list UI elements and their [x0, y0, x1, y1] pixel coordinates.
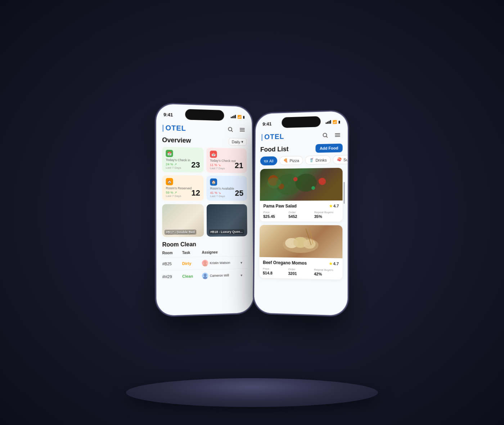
- buyers-label-salad: Repeat Buyers: [314, 211, 339, 214]
- overview-section-header: Overview Daily ▾: [156, 135, 252, 148]
- phone-right: 9:41 📶 ▮ OTEL: [254, 111, 348, 316]
- search-icon-right[interactable]: [321, 131, 329, 140]
- stage-platform: [90, 378, 414, 407]
- star-icon-salad: ★: [329, 203, 333, 208]
- food-card-salad[interactable]: Pama Paw Salad ★ 4.7 Price $25.45 Order: [260, 168, 342, 222]
- order-label-salad: Order: [288, 211, 312, 214]
- phone-left-screen: 9:41 📶 ▮ OTEL: [156, 104, 253, 316]
- row1-task: Dirty: [182, 261, 202, 266]
- search-icon-left[interactable]: [226, 125, 234, 134]
- svg-line-10: [326, 137, 327, 138]
- room-b18-label: #B18 - Luxury Quee...: [209, 229, 244, 234]
- cat-pizza-label: Pizza: [289, 158, 299, 162]
- battery-icon-right: ▮: [338, 120, 341, 124]
- food-name-salad: Pama Paw Salad: [263, 203, 297, 209]
- phone-left: 9:41 📶 ▮ OTEL: [156, 104, 253, 316]
- room-clean-section: Room Clean Room Task Assignee #B25 Dirty: [156, 241, 253, 283]
- food-name-row-salad: Pama Paw Salad ★ 4.7: [263, 203, 339, 209]
- category-tab-pizza[interactable]: 🍕 Pizza: [279, 156, 303, 165]
- food-categories: 🍽 All 🍕 Pizza 🥤 Drinks 🍣 Sus: [255, 155, 348, 169]
- row2-room: #H29: [162, 274, 182, 279]
- row1-assignee: Kristin Watson: [202, 259, 240, 267]
- rating-value-salad: 4.7: [333, 204, 339, 208]
- row2-assignee: Cameron Will: [202, 272, 241, 279]
- menu-icon-left[interactable]: [238, 125, 246, 134]
- order-col-momos: Order 3201: [288, 268, 312, 276]
- price-label-salad: Price: [263, 211, 287, 214]
- daily-filter-btn[interactable]: Daily ▾: [229, 138, 247, 146]
- cat-sus-icon: 🍣: [337, 157, 342, 162]
- avatar-cameron: [202, 273, 208, 279]
- status-time-right: 9:41: [262, 121, 271, 126]
- buyers-value-momos: 42%: [314, 272, 339, 277]
- col-header-assignee: Assignee: [202, 250, 240, 255]
- stat-available[interactable]: 🏠 Room's Available 41 % ↘ Last 7 Days 25: [206, 175, 247, 201]
- reserved-icon: 🏠: [166, 178, 173, 185]
- cat-sus-label: Sus: [343, 157, 348, 162]
- stat-reserved[interactable]: 🏠 Room's Reserved 59 % ↗ Last 7 Days 12: [162, 175, 204, 201]
- category-tab-sus[interactable]: 🍣 Sus: [333, 155, 348, 164]
- daily-filter-arrow: ▾: [241, 140, 243, 144]
- order-col-salad: Order 5452: [288, 211, 312, 219]
- dynamic-island-right: [282, 116, 320, 128]
- buyers-col-momos: Repeat Buyers 42%: [314, 268, 339, 277]
- checkout-icon: 📅: [210, 151, 217, 158]
- app-header-right: OTEL: [256, 129, 348, 144]
- stage-ellipse: [126, 378, 378, 407]
- price-col-salad: Price $25.45: [263, 211, 287, 219]
- add-food-button[interactable]: Add Food: [315, 144, 343, 153]
- col-header-task: Task: [182, 250, 202, 255]
- svg-point-19: [318, 178, 323, 183]
- food-name-row-momos: Beef Oregano Momos ★ 4.7: [263, 260, 339, 267]
- daily-filter-label: Daily: [232, 139, 240, 144]
- row2-task: Clean: [182, 274, 202, 278]
- phone-right-screen: 9:41 📶 ▮ OTEL: [254, 111, 348, 316]
- star-icon-momos: ★: [329, 261, 332, 266]
- stat-checkin[interactable]: 📅 Today's Check in 24 % ↗ Last 7 Days 23: [162, 147, 203, 173]
- food-list-container: Pama Paw Salad ★ 4.7 Price $25.45 Order: [255, 168, 348, 280]
- stats-grid: 📅 Today's Check in 24 % ↗ Last 7 Days 23…: [156, 147, 252, 204]
- order-value-salad: 5452: [288, 214, 312, 219]
- table-row: #H29 Clean Cameron Will ▾: [162, 268, 248, 283]
- room-clean-title: Room Clean: [162, 241, 247, 248]
- price-label-momos: Price: [263, 267, 287, 271]
- food-stats-salad: Price $25.45 Order 5452 Repeat Buyers 35…: [263, 211, 339, 219]
- svg-line-1: [231, 130, 233, 131]
- row1-chevron[interactable]: ▾: [240, 260, 247, 264]
- room-card-b18[interactable]: #B18 - Luxury Quee...: [207, 204, 247, 237]
- food-card-momos[interactable]: Beef Oregano Momos ★ 4.7 Price $14.8 Ord…: [259, 225, 342, 280]
- signal-icon-right: [326, 120, 331, 124]
- rating-value-momos: 4.7: [333, 261, 339, 266]
- buyers-value-salad: 35%: [314, 214, 339, 219]
- svg-point-6: [203, 264, 207, 266]
- category-tab-drinks[interactable]: 🥤 Drinks: [305, 155, 331, 165]
- food-img-salad: [260, 168, 343, 201]
- available-number: 25: [235, 189, 243, 198]
- category-tab-all[interactable]: 🍽 All: [260, 156, 278, 165]
- buyers-col-salad: Repeat Buyers 35%: [314, 211, 339, 219]
- stat-checkout[interactable]: 📅 Today's Check out 11 % ↘ Last 7 Days 2…: [206, 148, 247, 173]
- menu-icon-right[interactable]: [333, 131, 342, 140]
- hotel-logo-text-right: OTEL: [264, 132, 284, 141]
- row2-chevron[interactable]: ▾: [240, 273, 247, 277]
- hotel-logo-left: OTEL: [162, 124, 186, 133]
- checkin-number: 23: [191, 160, 200, 170]
- row1-room: #B25: [162, 261, 182, 266]
- table-row: #B25 Dirty Kristin Watson ▾: [162, 256, 248, 270]
- food-rating-salad: ★ 4.7: [329, 203, 339, 208]
- status-time-left: 9:41: [163, 112, 173, 117]
- room-card-b17[interactable]: #B17 - Double Bed: [162, 204, 204, 237]
- room-clean-table: Room Task Assignee #B25 Dirty: [162, 250, 248, 283]
- status-icons-right: 📶 ▮: [326, 120, 341, 124]
- food-list-title: Food List: [260, 145, 289, 153]
- price-value-momos: $14.8: [263, 271, 287, 276]
- checkin-icon: 📅: [166, 150, 173, 157]
- food-info-salad: Pama Paw Salad ★ 4.7 Price $25.45 Order: [260, 201, 342, 222]
- col-header-room: Room: [162, 251, 182, 255]
- dynamic-island-left: [185, 109, 224, 121]
- overview-title: Overview: [162, 137, 191, 145]
- avatar-kristin: [202, 260, 208, 266]
- row2-name: Cameron Will: [210, 273, 229, 277]
- cat-drinks-icon: 🥤: [309, 158, 314, 162]
- food-header: Food List Add Food: [255, 142, 347, 157]
